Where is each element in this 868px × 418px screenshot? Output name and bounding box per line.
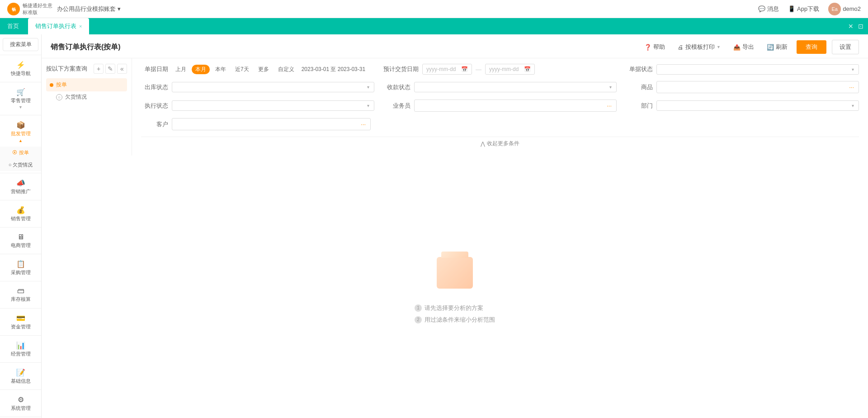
customer-group: 客户 ··· bbox=[141, 118, 371, 130]
empty-hint-2: 2 用过滤条件来缩小分析范围 bbox=[415, 314, 495, 326]
app-download-button[interactable]: 📱 App下载 bbox=[788, 5, 819, 13]
refresh-button[interactable]: 🔄 刷新 bbox=[763, 41, 791, 53]
stock-status-select[interactable]: ▾ bbox=[172, 82, 374, 92]
goods-group: 商品 ··· bbox=[626, 81, 859, 93]
svg-text:畅: 畅 bbox=[12, 7, 16, 12]
delivery-date-to-input[interactable]: yyyy-mm-dd 📅 bbox=[485, 64, 535, 75]
sidebar: 搜索菜单 ⚡ 快捷导航 🛒 零售管理 ▼ 📦 批发管理 ▲ ⦿ bbox=[0, 34, 42, 418]
collapse-scheme-button[interactable]: « bbox=[117, 64, 127, 74]
customer-label: 客户 bbox=[141, 120, 168, 128]
logo-text: 畅捷通好生意 标准版 bbox=[23, 2, 52, 15]
sidebar-item-operation[interactable]: 📊 经营管理 bbox=[0, 337, 41, 361]
header-left: 畅 畅捷通好生意 标准版 办公用品行业模拟账套 ▾ bbox=[7, 2, 121, 15]
date-tab-custom[interactable]: 自定义 bbox=[274, 65, 298, 74]
customer-input[interactable]: ··· bbox=[172, 118, 371, 130]
date-range-display: 2023-03-01 至 2023-03-31 bbox=[302, 66, 365, 73]
tab-bar-right: ✕ ⊡ bbox=[848, 23, 868, 30]
main-content: 销售订单执行表(按单) ❓ 帮助 🖨 按模板打印 ▼ 📤 导出 bbox=[42, 34, 868, 418]
delivery-date-from-input[interactable]: yyyy-mm-dd 📅 bbox=[422, 64, 472, 75]
calendar-from-icon: 📅 bbox=[461, 66, 468, 72]
sidebar-wholesale-section: 📦 批发管理 ▲ ⦿ 按单 ○ 欠货情况 bbox=[0, 115, 41, 173]
payment-status-arrow: ▾ bbox=[609, 85, 612, 90]
export-button[interactable]: 📤 导出 bbox=[730, 41, 758, 53]
settings-button[interactable]: 设置 bbox=[832, 40, 859, 54]
collapse-bar[interactable]: ⋀ 收起更多条件 bbox=[141, 137, 859, 150]
filter-scheme-panel: 按以下方案查询 + ✎ « bbox=[42, 58, 132, 156]
sidebar-sales-section: 💰 销售管理 bbox=[0, 200, 41, 228]
sidebar-basic-section: 📝 基础信息 bbox=[0, 363, 41, 390]
calendar-to-icon: 📅 bbox=[524, 66, 531, 72]
sidebar-item-quick-nav[interactable]: ⚡ 快捷导航 bbox=[0, 57, 41, 80]
department-select[interactable]: ▾ bbox=[656, 100, 859, 111]
sidebar-subitem-debt[interactable]: ○ 欠货情况 bbox=[0, 159, 41, 171]
status-filter-group: 单据状态 ▾ bbox=[626, 64, 859, 75]
filter-row-4: 客户 ··· bbox=[141, 118, 859, 130]
tab-active[interactable]: 销售订单执行表 × bbox=[28, 18, 89, 34]
tab-home[interactable]: 首页 bbox=[0, 18, 26, 34]
company-selector[interactable]: 办公用品行业模拟账套 ▾ bbox=[57, 5, 121, 13]
logo-icon: 畅 bbox=[7, 3, 20, 15]
salesperson-ellipsis-icon: ··· bbox=[607, 102, 612, 109]
empty-illustration bbox=[432, 248, 477, 293]
empty-box-icon bbox=[437, 257, 473, 289]
delivery-date-group: 预计交货日期 yyyy-mm-dd 📅 — yyyy-mm-dd 📅 bbox=[383, 64, 617, 75]
empty-hints: 1 请先选择要分析的方案 2 用过滤条件来缩小分析范围 bbox=[415, 302, 495, 326]
sidebar-item-sales[interactable]: 💰 销售管理 bbox=[0, 202, 41, 225]
sidebar-item-inventory[interactable]: 🗃 库存核算 bbox=[0, 283, 41, 306]
salesperson-input[interactable]: ··· bbox=[414, 100, 617, 112]
window-expand-icon[interactable]: ⊡ bbox=[858, 23, 863, 30]
sidebar-item-wholesale[interactable]: 📦 批发管理 ▲ bbox=[0, 117, 41, 146]
date-tab-this-year[interactable]: 本年 bbox=[212, 65, 230, 74]
payment-status-label: 收款状态 bbox=[383, 83, 410, 91]
template-print-button[interactable]: 🖨 按模板打印 ▼ bbox=[674, 41, 724, 53]
messages-button[interactable]: 💬 消息 bbox=[758, 5, 779, 13]
edit-scheme-button[interactable]: ✎ bbox=[105, 64, 115, 74]
date-tab-more[interactable]: 更多 bbox=[255, 65, 273, 74]
status-select[interactable]: ▾ bbox=[656, 64, 859, 75]
user-menu[interactable]: Ea demo2 bbox=[828, 3, 861, 15]
sidebar-subitem-order[interactable]: ⦿ 按单 bbox=[0, 147, 41, 159]
stock-status-arrow: ▾ bbox=[367, 85, 369, 90]
tab-close-icon[interactable]: × bbox=[79, 24, 82, 29]
help-button[interactable]: ❓ 帮助 bbox=[641, 41, 669, 53]
sidebar-item-purchase[interactable]: 📋 采购管理 bbox=[0, 256, 41, 279]
sidebar-item-finance[interactable]: 💳 资金管理 bbox=[0, 310, 41, 333]
sidebar-finance-section: 💳 资金管理 bbox=[0, 309, 41, 336]
status-dropdown-arrow: ▾ bbox=[852, 67, 854, 72]
scheme-panel-actions: + ✎ « bbox=[94, 64, 127, 74]
sidebar-system-section: ⚙ 系统管理 bbox=[0, 390, 41, 417]
page-header: 销售订单执行表(按单) ❓ 帮助 🖨 按模板打印 ▼ 📤 导出 bbox=[42, 34, 868, 58]
date-tab-7days[interactable]: 近7天 bbox=[231, 65, 253, 74]
sidebar-item-system[interactable]: ⚙ 系统管理 bbox=[0, 392, 41, 415]
execution-status-select[interactable]: ▾ bbox=[172, 100, 374, 111]
window-close-icon[interactable]: ✕ bbox=[848, 23, 854, 30]
page-actions: ❓ 帮助 🖨 按模板打印 ▼ 📤 导出 🔄 刷新 bbox=[641, 40, 859, 54]
status-label: 单据状态 bbox=[626, 65, 653, 73]
date-tab-this-month[interactable]: 本月 bbox=[192, 65, 210, 74]
salesperson-group: 业务员 ··· bbox=[383, 100, 617, 112]
query-button[interactable]: 查询 bbox=[797, 40, 826, 54]
salesperson-label: 业务员 bbox=[383, 102, 410, 110]
sidebar-item-ecommerce[interactable]: 🖥 电商管理 bbox=[0, 229, 41, 252]
date-tab-last-month[interactable]: 上月 bbox=[172, 65, 190, 74]
sidebar-item-marketing[interactable]: 📣 营销推广 bbox=[0, 175, 41, 198]
logo-area: 畅 畅捷通好生意 标准版 bbox=[7, 2, 52, 15]
goods-input[interactable]: ··· bbox=[656, 81, 859, 93]
sidebar-operation-section: 📊 经营管理 bbox=[0, 336, 41, 363]
sidebar-inventory-section: 🗃 库存核算 bbox=[0, 281, 41, 308]
payment-status-select[interactable]: ▾ bbox=[414, 82, 617, 92]
scheme-subitem-debt[interactable]: ○ 欠货情况 bbox=[46, 91, 127, 103]
filter-area: 按以下方案查询 + ✎ « bbox=[42, 58, 868, 156]
search-menu-button[interactable]: 搜索菜单 bbox=[3, 38, 38, 51]
date-tabs: 上月 本月 本年 近7天 更多 自定义 bbox=[172, 65, 298, 74]
payment-status-group: 收款状态 ▾ bbox=[383, 82, 617, 92]
add-scheme-button[interactable]: + bbox=[94, 64, 104, 74]
customer-ellipsis-icon: ··· bbox=[361, 121, 366, 128]
page-inner: 销售订单执行表(按单) ❓ 帮助 🖨 按模板打印 ▼ 📤 导出 bbox=[42, 34, 868, 418]
scheme-subitem-icon: ○ bbox=[56, 94, 62, 100]
page-title: 销售订单执行表(按单) bbox=[51, 43, 121, 52]
scheme-item-order[interactable]: 按单 bbox=[46, 78, 127, 91]
execution-status-group: 执行状态 ▾ bbox=[141, 100, 374, 111]
sidebar-item-basic[interactable]: 📝 基础信息 bbox=[0, 365, 41, 388]
sidebar-item-retail[interactable]: 🛒 零售管理 ▼ bbox=[0, 84, 41, 113]
